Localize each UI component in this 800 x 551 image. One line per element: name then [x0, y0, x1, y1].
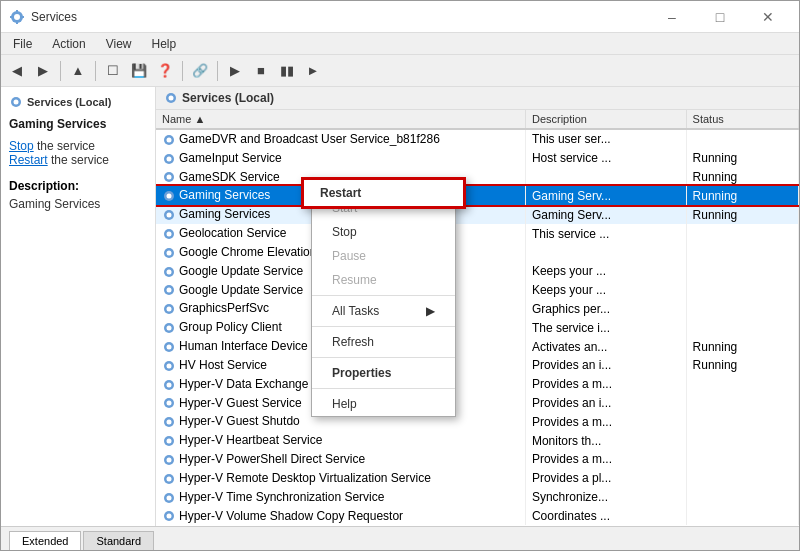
- table-row[interactable]: Hyper-V Guest ServiceProvides an i...: [156, 394, 799, 413]
- services-window: Services – □ ✕ File Action View Help ◀ ▶…: [0, 0, 800, 551]
- service-name-cell: Hyper-V Volume Shadow Copy Requestor: [156, 507, 525, 526]
- svg-point-35: [167, 363, 172, 368]
- ctx-refresh[interactable]: Refresh: [312, 330, 455, 354]
- forward-button[interactable]: ▶: [31, 59, 55, 83]
- menu-action[interactable]: Action: [44, 35, 93, 53]
- service-status-cell: [686, 318, 798, 337]
- table-row[interactable]: Hyper-V Heartbeat ServiceMonitors th...: [156, 431, 799, 450]
- svg-point-19: [167, 213, 172, 218]
- toolbar-sep-2: [95, 61, 96, 81]
- table-row[interactable]: Google Update ServiceKeeps your ...: [156, 281, 799, 300]
- tab-extended[interactable]: Extended: [9, 531, 81, 550]
- ctx-properties[interactable]: Properties: [312, 361, 455, 385]
- service-description: Gaming Services: [9, 197, 147, 211]
- ctx-pause[interactable]: Pause: [312, 244, 455, 268]
- service-status-cell: [686, 243, 798, 262]
- table-row[interactable]: Hyper-V Data ExchangeProvides a m...: [156, 375, 799, 394]
- ctx-sep-3: [312, 357, 455, 358]
- up-button[interactable]: ▲: [66, 59, 90, 83]
- table-row[interactable]: Gaming ServicesGaming Serv...Running: [156, 205, 799, 224]
- connect-button[interactable]: 🔗: [188, 59, 212, 83]
- description-label: Description:: [9, 179, 147, 193]
- left-panel: Services (Local) Gaming Services Stop th…: [1, 87, 156, 526]
- ctx-help[interactable]: Help: [312, 392, 455, 416]
- pause-button[interactable]: ▮▮: [275, 59, 299, 83]
- svg-point-29: [167, 307, 172, 312]
- table-row[interactable]: GameSDK ServiceRunning: [156, 168, 799, 187]
- svg-point-11: [167, 137, 172, 142]
- minimize-button[interactable]: –: [649, 1, 695, 33]
- left-panel-links: Stop the service Restart the service: [9, 139, 147, 167]
- back-button[interactable]: ◀: [5, 59, 29, 83]
- service-status-cell: [686, 281, 798, 300]
- restart-highlight-box[interactable]: Restart: [301, 177, 466, 209]
- service-icon: [162, 283, 179, 297]
- table-row[interactable]: HV Host ServiceProvides an i...Running: [156, 356, 799, 375]
- maximize-button[interactable]: □: [697, 1, 743, 33]
- restart-service-link[interactable]: Restart: [9, 153, 48, 167]
- svg-point-51: [167, 514, 172, 519]
- window-icon: [9, 9, 25, 25]
- menu-help[interactable]: Help: [144, 35, 185, 53]
- service-icon: [162, 170, 179, 184]
- table-row[interactable]: Hyper-V Time Synchronization ServiceSync…: [156, 488, 799, 507]
- service-name-cell: Hyper-V Heartbeat Service: [156, 431, 525, 450]
- service-icon: [162, 452, 179, 466]
- service-desc-cell: Graphics per...: [525, 299, 686, 318]
- table-row[interactable]: Google Update ServiceKeeps your ...: [156, 262, 799, 281]
- restart-toolbar-button[interactable]: ►: [301, 59, 325, 83]
- svg-point-21: [167, 231, 172, 236]
- table-row[interactable]: GameDVR and Broadcast User Service_b81f2…: [156, 129, 799, 149]
- service-status-cell: Running: [686, 149, 798, 168]
- svg-rect-5: [21, 16, 24, 18]
- menu-view[interactable]: View: [98, 35, 140, 53]
- show-hide-button[interactable]: ☐: [101, 59, 125, 83]
- service-icon: [162, 151, 179, 165]
- play-button[interactable]: ▶: [223, 59, 247, 83]
- table-row[interactable]: GameInput ServiceHost service ...Running: [156, 149, 799, 168]
- menu-bar: File Action View Help: [1, 33, 799, 55]
- stop-button[interactable]: ■: [249, 59, 273, 83]
- col-name[interactable]: Name ▲: [156, 110, 525, 129]
- table-row[interactable]: Geolocation ServiceThis service ...: [156, 224, 799, 243]
- menu-file[interactable]: File: [5, 35, 40, 53]
- table-row[interactable]: Hyper-V Volume Shadow Copy RequestorCoor…: [156, 507, 799, 526]
- help-button[interactable]: ❓: [153, 59, 177, 83]
- table-row[interactable]: Hyper-V PowerShell Direct ServiceProvide…: [156, 450, 799, 469]
- col-description[interactable]: Description: [525, 110, 686, 129]
- ctx-stop[interactable]: Stop: [312, 220, 455, 244]
- export-button[interactable]: 💾: [127, 59, 151, 83]
- service-icon: [162, 433, 179, 447]
- stop-service-link[interactable]: Stop: [9, 139, 34, 153]
- svg-point-43: [167, 439, 172, 444]
- service-desc-cell: Provides an i...: [525, 394, 686, 413]
- service-name-cell: Hyper-V PowerShell Direct Service: [156, 450, 525, 469]
- svg-point-49: [167, 495, 172, 500]
- svg-point-1: [14, 14, 20, 20]
- table-row[interactable]: GraphicsPerfSvcGraphics per...: [156, 299, 799, 318]
- service-icon: [162, 339, 179, 353]
- stop-service-text: the service: [34, 139, 95, 153]
- service-status-cell: Running: [686, 186, 798, 205]
- table-row[interactable]: Group Policy ClientThe service i...: [156, 318, 799, 337]
- ctx-all-tasks[interactable]: All Tasks ▶: [312, 299, 455, 323]
- service-desc-cell: Gaming Serv...: [525, 186, 686, 205]
- tab-standard[interactable]: Standard: [83, 531, 154, 550]
- service-icon: [162, 509, 179, 523]
- left-panel-header: Services (Local): [9, 95, 147, 109]
- ctx-sep-1: [312, 295, 455, 296]
- table-row[interactable]: Human Interface DeviceActivates an...Run…: [156, 337, 799, 356]
- service-status-cell: [686, 431, 798, 450]
- toolbar-sep-1: [60, 61, 61, 81]
- table-row[interactable]: Hyper-V Remote Desktop Virtualization Se…: [156, 469, 799, 488]
- col-status[interactable]: Status: [686, 110, 798, 129]
- table-row[interactable]: Google Chrome Elevation Service: [156, 243, 799, 262]
- ctx-resume[interactable]: Resume: [312, 268, 455, 292]
- title-bar: Services – □ ✕: [1, 1, 799, 33]
- table-row[interactable]: Gaming ServicesGaming Serv...Running: [156, 186, 799, 205]
- close-button[interactable]: ✕: [745, 1, 791, 33]
- service-desc-cell: Provides an i...: [525, 356, 686, 375]
- table-row[interactable]: Hyper-V Guest ShutdoProvides a m...: [156, 412, 799, 431]
- window-title: Services: [31, 10, 649, 24]
- service-desc-cell: [525, 243, 686, 262]
